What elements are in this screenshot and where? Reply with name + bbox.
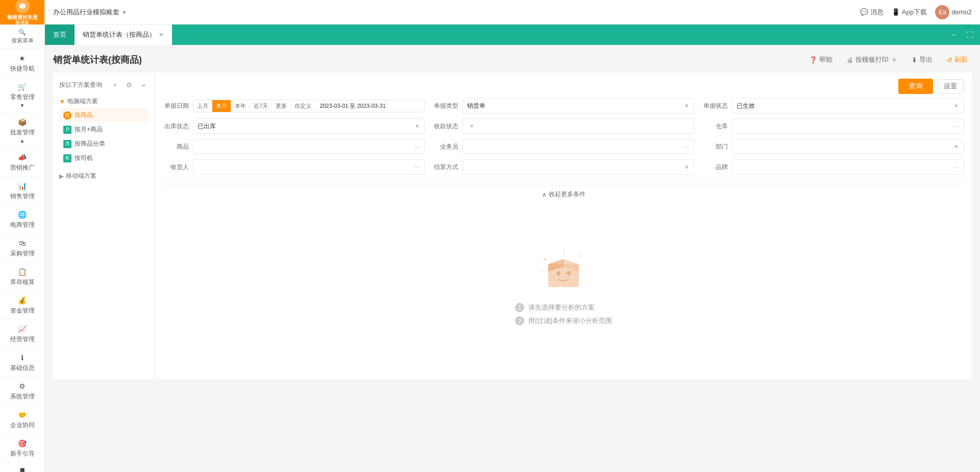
date-btn-more[interactable]: 更多 bbox=[272, 100, 291, 112]
search-icon: 🔍 bbox=[18, 29, 26, 36]
header-actions: 💬 消息 📱 App下载 Ea demo2 bbox=[860, 5, 972, 19]
date-btn-custom[interactable]: 自定义 bbox=[291, 100, 315, 112]
date-btn-last-month[interactable]: 上月 bbox=[193, 100, 212, 112]
doc-status-arrow-icon: ▼ bbox=[953, 103, 959, 109]
salesperson-control[interactable]: ··· bbox=[462, 139, 694, 154]
collapse-btn[interactable]: ∧ 收起更多条件 bbox=[163, 185, 964, 203]
quicknav-icon: ★ bbox=[17, 53, 28, 63]
filter-row-stock-status: 出库状态 已出库 ▼ bbox=[163, 119, 425, 134]
salesperson-dots-icon[interactable]: ··· bbox=[683, 143, 690, 151]
enterprise-icon: 🤝 bbox=[17, 410, 28, 420]
brand-control[interactable]: ··· bbox=[732, 159, 964, 175]
appcenter-icon: 📱 bbox=[17, 467, 28, 472]
guide-icon: 🎯 bbox=[17, 438, 28, 449]
main-panel: 按以下方案查询 ＋ ⚙ « ▼ 电脑端方案 按 按商品 bbox=[53, 73, 972, 379]
scheme-item-by-month-product[interactable]: 月 按月+商品 bbox=[59, 123, 149, 136]
tip-num-2: 2 bbox=[515, 316, 524, 325]
product-dots-icon[interactable]: ··· bbox=[414, 143, 420, 151]
sidebar-item-purchase[interactable]: 🛍 采购管理 bbox=[0, 234, 44, 263]
stock-status-control[interactable]: 已出库 ▼ bbox=[193, 119, 425, 134]
scheme-desktop-arrow-icon: ▼ bbox=[59, 98, 65, 105]
sidebar-item-marketing[interactable]: 📣 营销推广 bbox=[0, 148, 44, 177]
scheme-mobile-header[interactable]: ▶ 移动端方案 bbox=[59, 170, 149, 182]
brand-dots-icon[interactable]: ··· bbox=[953, 163, 959, 171]
page-title: 销货单统计表(按商品) bbox=[53, 54, 142, 66]
settings-btn[interactable]: 设置 bbox=[937, 79, 964, 93]
app-download-btn[interactable]: 📱 App下载 bbox=[892, 8, 927, 17]
sidebar-item-inventory[interactable]: 📋 库存核算 bbox=[0, 263, 44, 291]
receiver-dots-icon[interactable]: ··· bbox=[414, 163, 420, 171]
department-control[interactable]: ▼ bbox=[732, 139, 964, 154]
query-btn[interactable]: 查询 bbox=[898, 79, 933, 94]
date-range-text: 2023-03-01 至 2023-03-31 bbox=[315, 100, 390, 112]
date-btn-7days[interactable]: 近7天 bbox=[250, 100, 272, 112]
inventory-icon: 📋 bbox=[17, 267, 28, 277]
sidebar-item-finance[interactable]: 💰 资金管理 bbox=[0, 291, 44, 320]
scheme-section-mobile: ▶ 移动端方案 bbox=[53, 168, 155, 184]
product-control[interactable]: ··· bbox=[193, 139, 425, 154]
tab-minimize-btn[interactable]: − bbox=[947, 29, 960, 41]
payment-status-control[interactable]: ▼ bbox=[462, 119, 694, 134]
scheme-collapse-btn[interactable]: « bbox=[138, 80, 149, 90]
scheme-item-by-category[interactable]: 类 按商品分类 bbox=[59, 137, 149, 151]
scheme-desktop-header[interactable]: ▼ 电脑端方案 bbox=[59, 95, 149, 108]
scheme-item-by-machine[interactable]: 机 按司机 bbox=[59, 151, 149, 165]
scheme-add-btn[interactable]: ＋ bbox=[110, 80, 120, 90]
filter-row-product: 商品 ··· bbox=[163, 139, 425, 154]
warehouse-dots-icon[interactable]: ··· bbox=[953, 122, 959, 130]
receiver-control[interactable]: ··· bbox=[193, 159, 425, 175]
scheme-settings-btn[interactable]: ⚙ bbox=[124, 80, 134, 90]
sidebar-item-sales[interactable]: 📊 销售管理 bbox=[0, 177, 44, 205]
salesperson-label: 业务员 bbox=[433, 143, 458, 151]
main-area: 办公用品行业模拟账套 ▼ 💬 消息 📱 App下载 Ea demo2 首页 销货… bbox=[45, 0, 980, 472]
date-btn-this-month[interactable]: 本月 bbox=[212, 100, 231, 112]
sales-icon: 📊 bbox=[17, 181, 28, 191]
sidebar-item-ecommerce[interactable]: 🌐 电商管理 bbox=[0, 205, 44, 234]
system-icon: ⚙ bbox=[17, 381, 28, 391]
doc-type-control[interactable]: 销货单 ▼ bbox=[462, 98, 694, 113]
empty-icon: ✦ ✦ bbox=[538, 244, 589, 295]
refresh-icon: ↺ bbox=[947, 56, 952, 64]
app-name: 办公用品行业模拟账套 ▼ bbox=[53, 8, 127, 17]
tab-sales-stat[interactable]: 销货单统计表（按商品） ✕ bbox=[75, 25, 172, 45]
sidebar-item-system[interactable]: ⚙ 系统管理 bbox=[0, 377, 44, 406]
sidebar-item-quicknav[interactable]: ★ 快捷导航 bbox=[0, 49, 44, 78]
doc-status-control[interactable]: 已生效 ▼ bbox=[732, 98, 964, 113]
message-btn[interactable]: 💬 消息 bbox=[860, 8, 884, 17]
warehouse-control[interactable]: ··· bbox=[732, 119, 964, 134]
help-btn[interactable]: ❓ 帮助 bbox=[805, 53, 837, 66]
tab-home[interactable]: 首页 bbox=[45, 25, 75, 45]
print-arrow-icon: ▼ bbox=[891, 56, 897, 64]
sidebar-item-retail[interactable]: 🛒 零售管理 ▼ bbox=[0, 78, 44, 113]
refresh-btn[interactable]: ↺ 刷新 bbox=[943, 53, 972, 66]
tab-maximize-btn[interactable]: ⛶ bbox=[964, 29, 976, 41]
settlement-arrow-icon: ▼ bbox=[684, 164, 690, 170]
sidebar-item-basic[interactable]: ℹ 基础信息 bbox=[0, 348, 44, 377]
scheme-item-by-product[interactable]: 按 按商品 bbox=[59, 108, 149, 122]
sidebar-item-enterprise[interactable]: 🤝 企业协同 bbox=[0, 406, 44, 434]
filter-row-department: 部门 ▼ bbox=[702, 139, 964, 154]
top-header: 办公用品行业模拟账套 ▼ 💬 消息 📱 App下载 Ea demo2 bbox=[45, 0, 980, 25]
export-btn[interactable]: ⬇ 导出 bbox=[908, 53, 937, 66]
tab-close-icon[interactable]: ✕ bbox=[159, 32, 164, 38]
department-label: 部门 bbox=[702, 143, 728, 151]
search-menu[interactable]: 🔍 搜索菜单 bbox=[0, 25, 44, 49]
print-btn[interactable]: 🖨 按模板打印 ▼ bbox=[843, 53, 901, 66]
ecommerce-icon: 🌐 bbox=[17, 209, 28, 220]
doc-type-arrow-icon: ▼ bbox=[684, 103, 690, 109]
user-profile[interactable]: Ea demo2 bbox=[935, 5, 972, 19]
date-btn-this-year[interactable]: 本年 bbox=[231, 100, 250, 112]
date-filter-control[interactable]: 上月 本月 本年 近7天 更多 自定义 2023-03-01 至 2023-03… bbox=[193, 100, 425, 112]
retail-expand-icon: ▼ bbox=[20, 103, 25, 108]
retail-icon: 🛒 bbox=[17, 82, 28, 92]
stock-status-label: 出库状态 bbox=[163, 122, 189, 131]
sidebar-item-wholesale[interactable]: 📦 批发管理 ▲ bbox=[0, 113, 44, 148]
sidebar-item-appcenter[interactable]: 📱 应用中心 bbox=[0, 463, 44, 472]
scheme-item-icon-product: 按 bbox=[63, 111, 71, 120]
tab-controls: − ⛶ bbox=[943, 29, 980, 41]
collapse-arrow-icon: ∧ bbox=[542, 191, 547, 198]
settlement-control[interactable]: ▼ bbox=[462, 159, 694, 175]
sidebar-item-operations[interactable]: 📈 经营管理 bbox=[0, 320, 44, 348]
sidebar-item-guide[interactable]: 🎯 新手引导 bbox=[0, 434, 44, 463]
app-logo: 畅捷通好生意 标准版 bbox=[0, 0, 44, 25]
